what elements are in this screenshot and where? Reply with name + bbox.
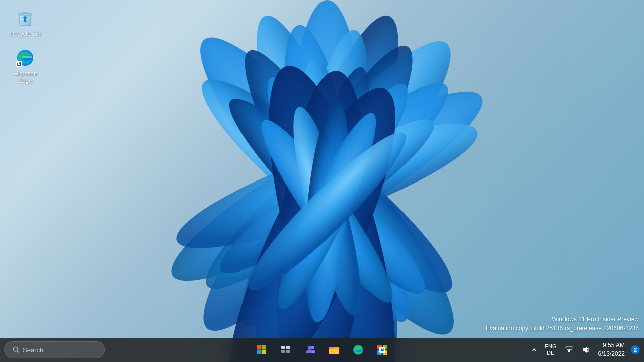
recycle-bin-image	[15, 8, 35, 28]
watermark: Windows 11 Pro Insider Preview Evaluatio…	[486, 315, 639, 333]
teams-icon	[304, 344, 315, 355]
svg-rect-34	[257, 345, 262, 350]
wallpaper-bloom	[50, 0, 604, 362]
edge-image	[15, 48, 35, 68]
time-display: 9:55 AM	[603, 341, 625, 350]
edge-label: Microsoft Edge	[8, 70, 42, 85]
svg-rect-29	[23, 12, 27, 14]
desktop-icons: Recycle Bin	[5, 5, 45, 88]
svg-rect-55	[383, 348, 384, 349]
datetime-display[interactable]: 9:55 AM 6/13/2022	[594, 340, 629, 359]
svg-marker-58	[583, 347, 587, 353]
edge-taskbar-icon	[353, 344, 364, 355]
store-icon	[377, 344, 388, 355]
svg-line-33	[17, 351, 19, 352]
recycle-bin-icon[interactable]: Recycle Bin	[5, 5, 45, 41]
svg-point-43	[311, 346, 314, 349]
svg-rect-38	[281, 346, 285, 349]
svg-rect-36	[257, 350, 262, 355]
svg-rect-37	[262, 350, 267, 355]
start-button[interactable]	[251, 339, 273, 361]
svg-rect-35	[262, 345, 267, 350]
svg-point-42	[308, 346, 312, 350]
language-display[interactable]: ENG DE	[542, 342, 560, 357]
taskbar: Search	[0, 338, 644, 362]
watermark-line2: Evaluation copy. Build 25136.rs_prerelea…	[486, 324, 639, 333]
search-icon	[13, 346, 20, 353]
edge-taskbar-button[interactable]	[347, 339, 369, 361]
windows-logo-icon	[257, 345, 267, 355]
notification-button[interactable]: 2	[631, 345, 640, 354]
audio-icon	[581, 346, 589, 354]
language-code: ENG	[545, 343, 557, 350]
svg-rect-40	[281, 350, 285, 353]
watermark-line1: Windows 11 Pro Insider Preview	[486, 315, 639, 324]
system-tray: ENG DE 9:55 AM	[529, 340, 640, 359]
teams-button[interactable]	[299, 339, 321, 361]
svg-rect-47	[329, 348, 340, 349]
task-view-button[interactable]	[275, 339, 297, 361]
svg-rect-45	[329, 348, 339, 354]
recycle-bin-label: Recycle Bin	[10, 30, 41, 38]
audio-icon-button[interactable]	[578, 344, 592, 356]
taskbar-center-icons	[251, 339, 393, 361]
edge-desktop-icon[interactable]: Microsoft Edge	[5, 45, 45, 88]
svg-rect-56	[568, 350, 570, 352]
file-explorer-button[interactable]	[323, 339, 345, 361]
svg-rect-54	[381, 348, 382, 349]
network-icon	[565, 346, 573, 353]
task-view-icon	[281, 345, 291, 354]
svg-rect-41	[286, 350, 290, 353]
file-explorer-icon	[329, 345, 340, 355]
date-display: 6/13/2022	[598, 350, 625, 358]
svg-rect-39	[286, 346, 290, 349]
chevron-up-icon	[532, 346, 537, 353]
store-button[interactable]	[371, 339, 393, 361]
search-label: Search	[23, 346, 43, 354]
taskbar-search[interactable]: Search	[4, 341, 105, 358]
locale-code: DE	[547, 350, 554, 356]
desktop: Recycle Bin	[0, 0, 644, 362]
network-icon-button[interactable]	[562, 344, 576, 355]
svg-rect-57	[567, 349, 572, 350]
notification-count: 2	[634, 347, 637, 353]
show-hidden-icons-button[interactable]	[529, 344, 540, 355]
